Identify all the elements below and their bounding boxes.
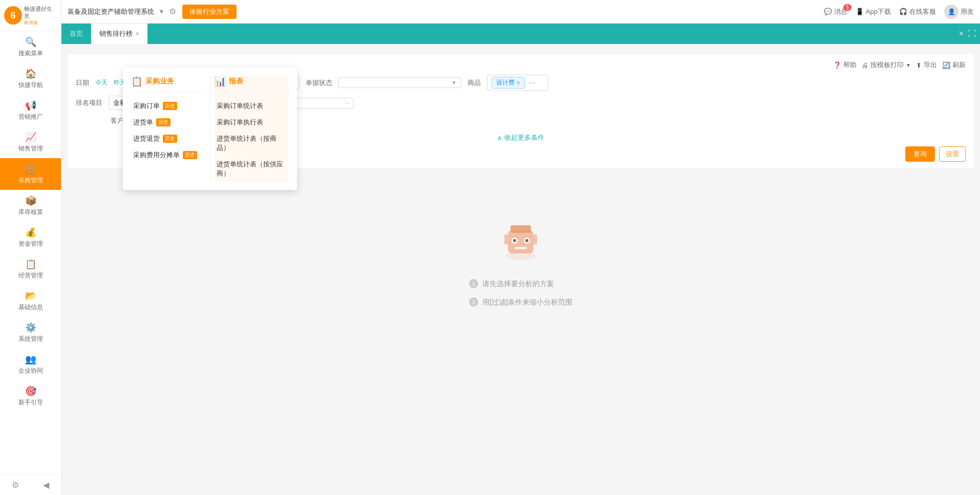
operations-icon: 📋	[25, 259, 36, 270]
print-icon: 🖨	[862, 61, 868, 69]
help-btn[interactable]: ❓ 帮助	[833, 60, 857, 70]
sidebar-item-finance[interactable]: 💰 资金管理	[0, 222, 61, 253]
home-icon: 🏠	[25, 68, 36, 79]
main-content: 装备及固定资产辅助管理系统 ▼ ⚙ 体验行业方案 💬 消息 5 📱 App下载 …	[61, 0, 980, 495]
print-arrow-icon: ▼	[906, 62, 911, 68]
dropdown-divider	[210, 76, 210, 182]
goods-filter-dots[interactable]: ···	[529, 78, 536, 88]
sidebar-item-search[interactable]: 🔍 搜索菜单	[0, 31, 61, 63]
svg-point-6	[525, 239, 528, 242]
dropdown-item-purchase-cost[interactable]: 采购费用分摊单 历史	[131, 147, 206, 163]
sidebar-nav: 🔍 搜索菜单 🏠 快捷导航 📢 营销推广 📈 销售管理 🛒 采购管理 📦	[0, 31, 61, 475]
sidebar: 6 畅捷通好生意 标准版 🔍 搜索菜单 🏠 快捷导航 📢 营销推广 📈	[0, 0, 61, 495]
settings-button[interactable]: 设置	[939, 146, 966, 162]
dropdown-item-purchase-order-stat[interactable]: 采购订单统计表	[215, 98, 289, 114]
empty-tip-1: 1 请先选择要分析的方案	[469, 276, 572, 291]
date-filter-label: 日期	[76, 78, 89, 88]
doc-status-label: 单据状态	[306, 78, 332, 88]
sidebar-item-sales[interactable]: 📈 销售管理	[0, 126, 61, 158]
tabbar: 首页 销售排行榜 × × ⛶	[61, 24, 980, 44]
dropdown-col-report-header: 📊 报表	[215, 76, 289, 92]
export-icon: ⬆	[916, 61, 922, 69]
dropdown-col-purchase: 📋 采购业务 采购订单 历史 进货单 历史 进货退货	[131, 76, 206, 182]
collapse-icon: ∧	[497, 134, 502, 142]
logo-icon: 6	[4, 6, 22, 25]
purchase-icon: 🛒	[25, 163, 36, 175]
system-icon: ⚙️	[25, 322, 36, 333]
svg-rect-1	[508, 230, 534, 253]
dropdown-col-purchase-header: 📋 采购业务	[131, 76, 206, 92]
logo-text: 畅捷通好生意 标准版	[24, 5, 57, 26]
sidebar-item-guide[interactable]: 🎯 新手引导	[0, 380, 61, 412]
tabbar-actions: × ⛶	[959, 29, 980, 38]
marketing-icon: 📢	[25, 100, 36, 111]
salesperson-arrow: ···	[345, 100, 349, 106]
dropdown-item-stock-stat-goods[interactable]: 进货单统计表（按商品）	[215, 131, 289, 156]
dropdown-menu: 📋 采购业务 采购订单 历史 进货单 历史 进货退货	[123, 68, 297, 190]
inventory-icon: 📦	[25, 195, 36, 206]
purchase-col-icon: 📋	[131, 76, 142, 87]
sidebar-item-system[interactable]: ⚙️ 系统管理	[0, 317, 61, 349]
sidebar-item-marketing[interactable]: 📢 营销推广	[0, 95, 61, 126]
message-icon: 💬	[824, 8, 832, 15]
sidebar-collapse-btn[interactable]: ◀	[43, 480, 49, 490]
logo-area: 6 畅捷通好生意 标准版	[0, 0, 61, 31]
phone-icon: 📱	[856, 8, 864, 15]
svg-rect-2	[510, 225, 531, 233]
dropdown-item-stock-in[interactable]: 进货单 历史	[131, 114, 206, 131]
print-template-btn[interactable]: 🖨 按模板打印 ▼	[862, 60, 911, 70]
guide-icon: 🎯	[25, 385, 36, 397]
query-button[interactable]: 查询	[905, 146, 935, 162]
sidebar-item-purchase[interactable]: 🛒 采购管理	[0, 158, 61, 190]
goods-tag-close[interactable]: ×	[517, 79, 520, 87]
solution-button[interactable]: 体验行业方案	[182, 5, 237, 19]
sidebar-item-operations[interactable]: 📋 经营管理	[0, 253, 61, 285]
svg-rect-8	[504, 234, 508, 245]
rank-label: 排名项目	[76, 98, 102, 107]
dropdown-col-report: 📊 报表 采购订单统计表 采购订单执行表 进货单统计表（按商品）	[215, 76, 289, 182]
export-btn[interactable]: ⬆ 导出	[916, 60, 937, 70]
topbar-settings-icon[interactable]: ⚙	[169, 7, 176, 16]
topbar: 装备及固定资产辅助管理系统 ▼ ⚙ 体验行业方案 💬 消息 5 📱 App下载 …	[61, 0, 980, 24]
doc-status-select[interactable]: ▼	[338, 77, 461, 88]
sales-icon: 📈	[25, 132, 36, 143]
sidebar-item-quick-nav[interactable]: 🏠 快捷导航	[0, 63, 61, 95]
tabbar-close-btn[interactable]: ×	[959, 29, 964, 38]
tab-sales-ranking[interactable]: 销售排行榜 ×	[91, 24, 147, 44]
empty-robot-svg	[495, 215, 546, 266]
tab-close-icon[interactable]: ×	[136, 30, 139, 37]
topbar-dropdown-arrow[interactable]: ▼	[158, 8, 165, 15]
customer-label: 客户	[111, 116, 124, 125]
refresh-icon: 🔄	[942, 61, 950, 69]
collab-icon: 👥	[25, 354, 36, 365]
sidebar-settings-btn[interactable]: ⚙	[12, 480, 19, 490]
app-download-btn[interactable]: 📱 App下载	[856, 7, 891, 16]
system-title: 装备及固定资产辅助管理系统	[68, 7, 154, 16]
help-icon: ❓	[833, 61, 841, 69]
sidebar-footer: ⚙ ◀	[0, 475, 61, 495]
dropdown-item-stock-stat-supplier[interactable]: 进货单统计表（按供应商）	[215, 156, 289, 182]
topbar-right: 💬 消息 5 📱 App下载 🎧 在线客服 👤 用友	[824, 5, 974, 19]
collapse-btn[interactable]: ∧ 收起更多条件	[497, 133, 544, 142]
sidebar-item-collab[interactable]: 👥 企业协同	[0, 349, 61, 380]
filter-date-today[interactable]: 今天	[95, 78, 108, 87]
empty-illustration	[495, 215, 546, 266]
refresh-btn[interactable]: 🔄 刷新	[942, 60, 966, 70]
goods-filter-label: 商品	[467, 78, 481, 88]
sidebar-item-inventory[interactable]: 📦 库存核算	[0, 190, 61, 222]
doc-status-arrow: ▼	[452, 80, 457, 85]
tab-home[interactable]: 首页	[61, 24, 91, 44]
message-btn[interactable]: 💬 消息 5	[824, 7, 847, 16]
svg-rect-7	[515, 247, 527, 249]
page-content: 📋 采购业务 采购订单 历史 进货单 历史 进货退货	[61, 44, 980, 495]
dropdown-item-purchase-order[interactable]: 采购订单 历史	[131, 98, 206, 114]
online-service-btn[interactable]: 🎧 在线客服	[899, 7, 936, 16]
search-icon: 🔍	[25, 36, 36, 48]
sidebar-item-basic-info[interactable]: 📂 基础信息	[0, 285, 61, 317]
dropdown-item-stock-return[interactable]: 进货退货 历史	[131, 131, 206, 147]
empty-tip-2: 2 用[过滤]条件来缩小分析范围	[469, 295, 572, 309]
goods-filter-input[interactable]: 设计费 × ···	[487, 75, 548, 91]
tabbar-expand-btn[interactable]: ⛶	[968, 29, 976, 38]
user-menu[interactable]: 👤 用友	[944, 5, 974, 19]
dropdown-item-purchase-order-exec[interactable]: 采购订单执行表	[215, 114, 289, 131]
